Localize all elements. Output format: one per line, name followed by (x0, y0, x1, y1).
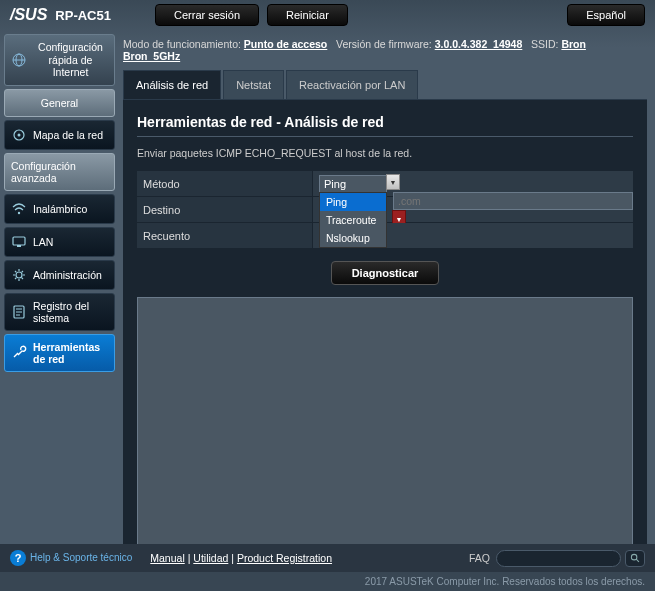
footer: ? Help & Soporte técnico Manual | Utilid… (0, 544, 655, 591)
fw-label: Versión de firmware: (336, 38, 432, 50)
reboot-button[interactable]: Reiniciar (267, 4, 348, 26)
copyright: 2017 ASUSTeK Computer Inc. Reservados to… (0, 572, 655, 591)
target-label: Destino (137, 197, 313, 222)
panel-desc: Enviar paquetes ICMP ECHO_REQUEST al hos… (137, 147, 633, 159)
sidebar-item-lan[interactable]: LAN (4, 227, 115, 257)
tools-icon (11, 345, 27, 361)
ssid-value-1: Bron (561, 38, 586, 50)
lan-icon (11, 234, 27, 250)
faq-label[interactable]: FAQ (469, 552, 490, 564)
method-label: Método (137, 171, 313, 196)
sidebar-item-label: Registro del sistema (33, 300, 108, 324)
sidebar-item-label: Inalámbrico (33, 203, 87, 215)
tab-wol[interactable]: Reactivación por LAN (286, 70, 418, 99)
model-label: RP-AC51 (55, 8, 111, 23)
sidebar-quick-label: Configuración rápida de Internet (33, 41, 108, 79)
brand-logo: /SUS (10, 6, 47, 24)
map-icon (11, 127, 27, 143)
ssid-value-2: Bron_5GHz (123, 50, 180, 62)
footer-links: Manual | Utilidad | Product Registration (150, 552, 332, 564)
panel: Herramientas de red - Análisis de red En… (123, 100, 647, 567)
wifi-icon (11, 201, 27, 217)
sidebar-item-label: Mapa de la red (33, 129, 103, 141)
search-icon[interactable] (625, 550, 645, 567)
sidebar-item-label: LAN (33, 236, 53, 248)
svg-rect-7 (17, 245, 21, 247)
divider (137, 136, 633, 137)
ssid-label: SSID: (531, 38, 558, 50)
help-label[interactable]: Help & Soporte técnico (30, 553, 132, 563)
tab-analysis[interactable]: Análisis de red (123, 70, 221, 99)
logout-button[interactable]: Cerrar sesión (155, 4, 259, 26)
sidebar-item-label: Administración (33, 269, 102, 281)
log-icon (11, 304, 27, 320)
dropdown-option-ping[interactable]: Ping (320, 193, 386, 211)
content-area: Modo de funcionamiento: Punto de acceso … (119, 30, 655, 560)
panel-title: Herramientas de red - Análisis de red (137, 114, 633, 130)
sidebar-quick-setup[interactable]: Configuración rápida de Internet (4, 34, 115, 86)
svg-line-14 (636, 559, 639, 562)
gear-icon (11, 267, 27, 283)
top-bar: /SUS RP-AC51 Cerrar sesión Reiniciar Esp… (0, 0, 655, 30)
count-label: Recuento (137, 223, 313, 248)
chevron-down-icon[interactable] (386, 174, 400, 190)
tab-bar: Análisis de red Netstat Reactivación por… (123, 70, 647, 100)
svg-point-4 (18, 133, 21, 136)
diagnose-button[interactable]: Diagnosticar (331, 261, 440, 285)
footer-search-input[interactable] (496, 550, 621, 567)
link-manual[interactable]: Manual (150, 552, 184, 564)
sidebar-item-wireless[interactable]: Inalámbrico (4, 194, 115, 224)
svg-point-13 (631, 554, 637, 560)
sidebar: Configuración rápida de Internet General… (0, 30, 119, 560)
svg-rect-6 (13, 237, 25, 245)
link-utility[interactable]: Utilidad (193, 552, 228, 564)
info-line: Modo de funcionamiento: Punto de acceso … (123, 34, 647, 66)
mode-label: Modo de funcionamiento: (123, 38, 241, 50)
svg-point-8 (16, 272, 22, 278)
sidebar-section-general: General (4, 89, 115, 117)
svg-point-5 (18, 212, 20, 214)
sidebar-item-map[interactable]: Mapa de la red (4, 120, 115, 150)
method-dropdown: Ping Traceroute Nslookup (319, 192, 387, 248)
tab-netstat[interactable]: Netstat (223, 70, 284, 99)
fw-value[interactable]: 3.0.0.4.382_14948 (435, 38, 523, 50)
mode-value[interactable]: Punto de acceso (244, 38, 327, 50)
help-icon[interactable]: ? (10, 550, 26, 566)
sidebar-item-label: Herramientas de red (33, 341, 108, 365)
dropdown-option-traceroute[interactable]: Traceroute (320, 211, 386, 229)
link-product-reg[interactable]: Product Registration (237, 552, 332, 564)
output-textarea[interactable] (137, 297, 633, 555)
sidebar-item-admin[interactable]: Administración (4, 260, 115, 290)
language-button[interactable]: Español (567, 4, 645, 26)
target-input[interactable] (393, 192, 633, 210)
sidebar-section-advanced: Configuración avanzada (4, 153, 115, 191)
dropdown-option-nslookup[interactable]: Nslookup (320, 229, 386, 247)
globe-icon (11, 52, 27, 68)
sidebar-item-syslog[interactable]: Registro del sistema (4, 293, 115, 331)
sidebar-item-nettools[interactable]: Herramientas de red (4, 334, 115, 372)
